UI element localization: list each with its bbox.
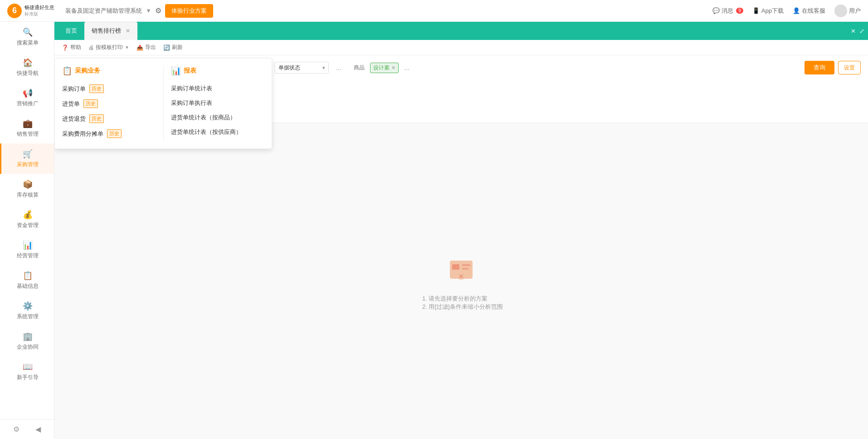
tab-home[interactable]: 首页 [58,22,84,40]
logo-sub: 标准版 [24,11,54,17]
sidebar: 🔍 搜索菜单 🏠 快捷导航 📢 营销推广 💼 销售管理 🛒 采购管理 📦 库存核… [0,22,54,439]
sidebar-collapse-icon[interactable]: ◀ [35,425,41,434]
finance-icon: 💰 [23,210,33,220]
history-tag-4: 历史 [107,129,122,138]
search-icon: 🔍 [23,27,33,37]
print-button[interactable]: 🖨 按模板打印 ▼ [88,44,129,51]
system-title: 装备及固定资产辅助管理系统 [65,7,142,15]
sidebar-item-sales[interactable]: 💼 销售管理 [0,113,54,143]
settings-icon[interactable]: ⚙ [155,6,161,15]
operations-icon: 📊 [23,240,33,250]
history-tag-3: 历史 [89,114,104,123]
sidebar-item-system[interactable]: ⚙️ 系统管理 [0,296,54,326]
print-icon: 🖨 [88,44,94,51]
top-header: 6 畅捷通好生意 标准版 装备及固定资产辅助管理系统 ▼ ⚙ 体验行业方案 💬 … [0,0,868,22]
menu-item-order-exec[interactable]: 采购订单执行表 [171,96,265,110]
tab-sales-rank[interactable]: 销售排行榜 ✕ [84,22,137,40]
goods-more-btn[interactable]: ... [404,64,410,71]
svg-rect-2 [462,264,470,266]
toolbar: ❓ 帮助 🖨 按模板打印 ▼ 📤 导出 🔄 刷新 [54,40,868,55]
sidebar-item-operations[interactable]: 📊 经营管理 [0,235,54,265]
app-download-button[interactable]: 📱 App下载 [752,7,784,15]
menu-section-purchase-title: 📋 采购业务 [62,66,156,76]
history-tag-2: 历史 [83,99,98,108]
sidebar-item-enterprise[interactable]: 🏢 企业协同 [0,326,54,356]
basic-info-icon: 📋 [23,271,33,281]
svg-rect-1 [452,264,459,270]
svg-rect-3 [462,268,468,270]
empty-illustration [443,252,479,289]
export-icon: 📤 [137,44,143,51]
main-layout: 🔍 搜索菜单 🏠 快捷导航 📢 营销推广 💼 销售管理 🛒 采购管理 📦 库存核… [0,22,868,439]
message-icon: 💬 [712,7,720,14]
content-area: 首页 销售排行榜 ✕ ✕ ⤢ 📋 采购业务 [54,22,868,439]
home-icon: 🏠 [23,58,33,68]
purchase-icon: 🛒 [23,149,33,159]
voucher-status-select-wrapper: 单据状态 ▼ [274,62,329,74]
query-button[interactable]: 查询 [805,61,834,74]
tab-close-icon[interactable]: ✕ [126,28,130,34]
help-button[interactable]: ❓ 帮助 [62,44,81,51]
report-section-icon: 📊 [171,66,181,76]
goods-tag: 设计素 ✕ [370,63,399,73]
menu-item-incoming-by-goods[interactable]: 进货单统计表（按商品） [171,110,265,125]
sidebar-item-purchase[interactable]: 🛒 采购管理 [0,143,54,174]
user-area[interactable]: 用户 [834,5,861,17]
tab-bar: 首页 销售排行榜 ✕ ✕ ⤢ [54,22,868,40]
menu-item-incoming[interactable]: 进货单 历史 [62,96,156,111]
empty-tip-2: 用[过滤]条件来缩小分析范围 [429,303,502,311]
sales-icon: 💼 [23,118,33,128]
marketing-icon: 📢 [23,88,33,98]
menu-section-report: 📊 报表 采购订单统计表 采购订单执行表 进货单统计表（按商品） 进货单统计表（… [163,66,265,141]
menu-item-expense-split[interactable]: 采购费用分摊单 历史 [62,126,156,141]
goods-tag-close[interactable]: ✕ [391,65,395,71]
sidebar-item-basic-info[interactable]: 📋 基础信息 [0,265,54,296]
logo-area: 6 畅捷通好生意 标准版 [7,4,62,18]
sidebar-item-marketing[interactable]: 📢 营销推广 [0,83,54,113]
system-icon: ⚙️ [23,301,33,311]
export-button[interactable]: 📤 导出 [137,44,156,51]
message-badge: 9 [736,8,743,14]
goods-label: 商品 [354,64,365,72]
system-dropdown-arrow[interactable]: ▼ [146,7,151,14]
menu-section-purchase: 📋 采购业务 采购订单 历史 进货单 历史 进货退货 历史 [62,66,156,141]
menu-item-purchase-order[interactable]: 采购订单 历史 [62,81,156,96]
header-right: 💬 消息 9 📱 App下载 👤 在线客服 用户 [712,5,861,17]
help-icon: ❓ [62,44,68,51]
menu-item-order-stats[interactable]: 采购订单统计表 [171,81,265,96]
empty-tip-1: 请先选择要分析的方案 [429,295,502,303]
sidebar-item-search[interactable]: 🔍 搜索菜单 [0,22,54,52]
voucher-status-select[interactable]: 单据状态 [274,62,329,74]
inventory-icon: 📦 [23,179,33,189]
service-icon: 👤 [793,7,800,14]
main-content-area: 请先选择要分析的方案 用[过滤]条件来缩小分析范围 [54,123,868,439]
voucher-status-more-btn[interactable]: ... [336,64,341,71]
menu-section-report-title: 📊 报表 [171,66,265,76]
sidebar-item-guide[interactable]: 📖 新手引导 [0,356,54,387]
industry-button[interactable]: 体验行业方案 [165,4,213,18]
phone-icon: 📱 [752,7,760,14]
menu-item-return-goods[interactable]: 进货退货 历史 [62,111,156,126]
sidebar-item-finance[interactable]: 💰 资金管理 [0,204,54,235]
sidebar-item-inventory[interactable]: 📦 库存核算 [0,174,54,204]
sidebar-settings-icon[interactable]: ⚙ [13,425,20,434]
guide-icon: 📖 [23,362,33,372]
refresh-button[interactable]: 🔄 刷新 [163,44,183,51]
logo-text: 畅捷通好生意 [24,4,54,10]
empty-tips: 请先选择要分析的方案 用[过滤]条件来缩小分析范围 [419,295,502,311]
logo-icon: 6 [7,4,22,18]
tab-expand-icon[interactable]: ⤢ [859,28,864,35]
header-center: 装备及固定资产辅助管理系统 ▼ ⚙ 体验行业方案 [65,4,712,18]
online-service-button[interactable]: 👤 在线客服 [793,7,825,15]
history-tag-1: 历史 [89,84,104,93]
tab-window-close-icon[interactable]: ✕ [851,28,856,35]
menu-item-incoming-by-supplier[interactable]: 进货单统计表（按供应商） [171,125,265,139]
setup-button[interactable]: 设置 [838,61,861,74]
sidebar-bottom: ⚙ ◀ [0,419,54,439]
purchase-dropdown-menu: 📋 采购业务 采购订单 历史 进货单 历史 进货退货 历史 [54,58,272,149]
enterprise-icon: 🏢 [23,331,33,341]
refresh-icon: 🔄 [163,44,170,51]
user-avatar [834,5,847,17]
sidebar-item-quick-nav[interactable]: 🏠 快捷导航 [0,52,54,83]
message-button[interactable]: 💬 消息 9 [712,7,743,15]
